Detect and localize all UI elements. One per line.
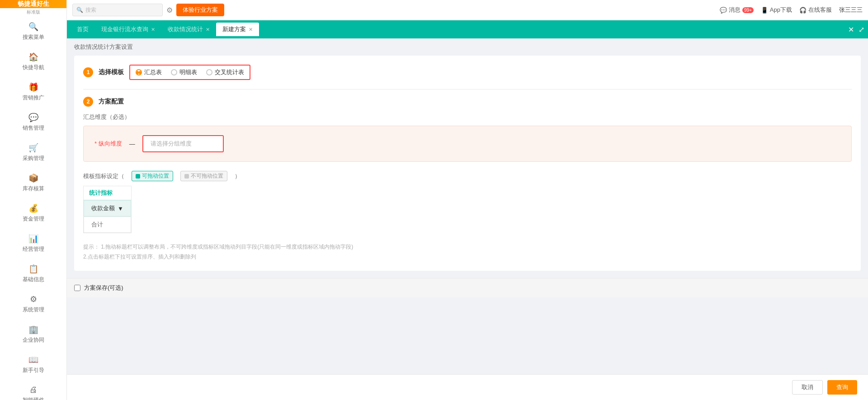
sidebar-item-guide[interactable]: 📖 新手引导 [0, 349, 66, 380]
metrics-table: 统计指标 收款金额 ▼ 合计 [83, 186, 132, 233]
topbar-right: 💬 消息 99+ 📱 App下载 🎧 在线客服 张三三三 [720, 6, 863, 14]
smart-hw-icon: 🖨 [29, 385, 38, 395]
sidebar-item-label: 智能硬件 [23, 396, 44, 400]
sidebar-item-label: 快捷导航 [23, 64, 44, 71]
sidebar-item-label: 采购管理 [23, 155, 44, 162]
service-icon: 🎧 [799, 7, 807, 14]
radio-cross[interactable]: 交叉统计表 [206, 68, 244, 76]
sidebar-item-label: 搜索菜单 [23, 33, 44, 41]
sidebar-version: 标准版 [0, 8, 66, 16]
radio-cross-label: 交叉统计表 [215, 68, 244, 76]
content-area: 收款情况统计方案设置 1 选择模板 汇总表 明细表 [67, 38, 868, 374]
purchase-icon: 🛒 [28, 143, 38, 153]
query-button[interactable]: 查询 [827, 380, 857, 395]
metrics-col-header[interactable]: 收款金额 ▼ [84, 200, 131, 216]
radio-detail[interactable]: 明细表 [171, 68, 197, 76]
tab-collection-stats[interactable]: 收款情况统计 ✕ [161, 23, 216, 36]
dimension-select[interactable]: 请选择分组维度 [142, 135, 224, 152]
message-button[interactable]: 💬 消息 99+ [720, 6, 754, 14]
inventory-icon: 📦 [28, 173, 38, 183]
metrics-col-label: 收款金额 [91, 204, 115, 212]
metrics-title-text: 统计指标 [89, 189, 113, 196]
sidebar-item-purchase[interactable]: 🛒 采购管理 [0, 137, 66, 168]
metrics-row-total: 合计 [84, 216, 131, 233]
tips-line1: 提示： 1.拖动标题栏可以调整布局，不可跨维度或指标区域拖动列目字段(只能在同一… [83, 242, 852, 252]
sidebar-item-marketing[interactable]: 🎁 营销推广 [0, 77, 66, 107]
sidebar-item-label: 基础信息 [23, 276, 44, 283]
tab-new-plan[interactable]: 新建方案 ✕ [216, 23, 259, 36]
step1-badge: 1 [83, 67, 93, 77]
footer-buttons: 取消 查询 [67, 374, 868, 400]
trial-button[interactable]: 体验行业方案 [176, 4, 224, 16]
radio-summary-label: 汇总表 [144, 68, 162, 76]
basic-info-icon: 📋 [28, 264, 38, 274]
service-label: 在线客服 [808, 6, 832, 14]
tab-collection-stats-close[interactable]: ✕ [206, 27, 210, 33]
search-box[interactable]: 🔍 搜索 [72, 4, 163, 16]
sidebar-item-search-menu[interactable]: 🔍 搜索菜单 [0, 16, 66, 47]
dimension-arrow: — [129, 141, 135, 147]
sidebar-item-quick-nav[interactable]: 🏠 快捷导航 [0, 47, 66, 77]
message-badge: 99+ [742, 7, 754, 13]
service-button[interactable]: 🎧 在线客服 [799, 6, 832, 14]
draggable-badge: 可拖动位置 [132, 171, 173, 181]
sidebar: 畅捷通好生 标准版 🔍 搜索菜单 🏠 快捷导航 🎁 营销推广 💬 销售管理 🛒 … [0, 0, 67, 400]
radio-detail-label: 明细表 [179, 68, 197, 76]
tab-home[interactable]: 首页 [71, 23, 95, 36]
sidebar-item-enterprise[interactable]: 🏢 企业协同 [0, 319, 66, 349]
operations-icon: 📊 [28, 234, 38, 244]
sidebar-item-finance[interactable]: 💰 资金管理 [0, 198, 66, 228]
sidebar-item-label: 新手引导 [23, 367, 44, 374]
system-icon: ⚙ [30, 294, 37, 304]
tab-new-plan-close[interactable]: ✕ [249, 27, 253, 33]
draggable-label: 可拖动位置 [142, 172, 169, 180]
metrics-table-container: 统计指标 收款金额 ▼ 合计 [83, 186, 852, 233]
close-all-icon[interactable]: ✕ [848, 25, 854, 34]
dimension-area: * 纵向维度 — 请选择分组维度 [83, 126, 852, 162]
sidebar-item-smart-hw[interactable]: 🖨 智能硬件 [0, 380, 66, 400]
sidebar-logo: 畅捷通好生 [0, 0, 66, 8]
sidebar-item-label: 系统管理 [23, 306, 44, 314]
page-header-text: 收款情况统计方案设置 [74, 43, 133, 50]
save-row: 方案保存(可选) [67, 278, 868, 297]
save-checkbox[interactable] [74, 285, 80, 291]
tab-home-label: 首页 [77, 25, 89, 33]
sidebar-item-basic-info[interactable]: 📋 基础信息 [0, 259, 66, 289]
guide-icon: 📖 [28, 355, 38, 365]
radio-summary-circle [136, 69, 142, 75]
sidebar-item-inventory[interactable]: 📦 库存核算 [0, 168, 66, 198]
download-label: App下载 [770, 6, 792, 14]
tab-bank-flow[interactable]: 现金银行流水查询 ✕ [95, 23, 161, 36]
sidebar-item-label: 库存核算 [23, 185, 44, 193]
tab-bank-flow-label: 现金银行流水查询 [101, 25, 148, 33]
message-icon: 💬 [720, 7, 727, 14]
sidebar-item-system[interactable]: ⚙ 系统管理 [0, 289, 66, 319]
sidebar-item-sales[interactable]: 💬 销售管理 [0, 107, 66, 137]
tips-line2: 2.点击标题栏下拉可设置排序、插入列和删除列 [83, 252, 852, 262]
tab-new-plan-label: 新建方案 [222, 25, 246, 33]
save-label: 方案保存(可选) [84, 284, 123, 292]
username-label: 张三三三 [839, 6, 863, 14]
sidebar-item-label: 营销推广 [23, 94, 44, 102]
template-options: 汇总表 明细表 交叉统计表 [129, 65, 250, 80]
metrics-label: 模板指标设定（ [83, 172, 124, 180]
download-icon: 📱 [761, 7, 768, 14]
cancel-button[interactable]: 取消 [792, 380, 823, 395]
sidebar-item-operations[interactable]: 📊 经营管理 [0, 228, 66, 259]
gear-icon[interactable]: ⚙ [166, 6, 173, 14]
dropdown-icon[interactable]: ▼ [118, 205, 123, 212]
tabbar-actions: ✕ ⤢ [848, 25, 864, 34]
search-placeholder: 搜索 [85, 6, 96, 14]
maximize-icon[interactable]: ⤢ [859, 25, 864, 34]
step2-title: 方案配置 [99, 98, 124, 106]
step2-header: 2 方案配置 [83, 97, 852, 107]
radio-summary[interactable]: 汇总表 [136, 68, 162, 76]
sales-icon: 💬 [28, 113, 38, 122]
download-button[interactable]: 📱 App下载 [761, 6, 792, 14]
home-icon: 🏠 [28, 52, 38, 62]
divider1 [83, 89, 852, 89]
main-area: 🔍 搜索 ⚙ 体验行业方案 💬 消息 99+ 📱 App下载 🎧 在线客服 张三… [67, 0, 868, 400]
tab-bank-flow-close[interactable]: ✕ [151, 27, 155, 33]
dimension-label: 汇总维度（必选） [83, 113, 852, 121]
form-card: 1 选择模板 汇总表 明细表 交叉统计表 [74, 56, 861, 271]
